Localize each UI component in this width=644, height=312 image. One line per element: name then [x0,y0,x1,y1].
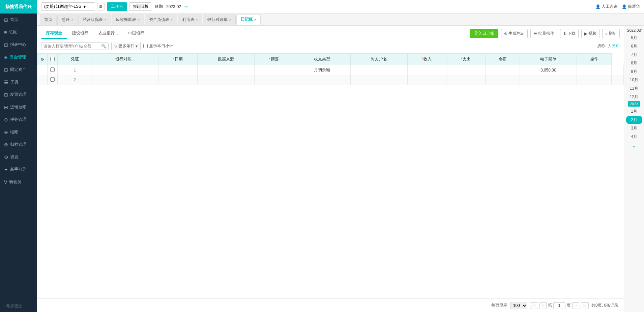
col-settings[interactable]: ⚙ [37,54,48,65]
sidebar-item-invoice[interactable]: ⊞ 发票管理 [0,88,37,101]
tab-assets-close[interactable]: × [171,18,173,22]
topbar-right: 👤 人工咨询 👤 徐涯华 [595,4,640,9]
guide-icon: ✦ [4,167,8,172]
tab-journal-close[interactable]: × [254,18,256,22]
month-11[interactable]: 11月 [626,84,642,93]
tab-journal[interactable]: 日记账 × [236,14,261,25]
tab-bank-statement[interactable]: 银行对账单 × [203,15,235,25]
period-edit-icon[interactable]: ✏ [184,4,188,9]
support-button[interactable]: 👤 人工咨询 [595,4,618,9]
sidebar-item-tax[interactable]: ⊙ 税务管理 [0,113,37,126]
sidebar-item-funds[interactable]: ◈ 资金管理 [0,51,37,63]
search-icon[interactable]: 🔍 [101,44,106,49]
subtab-nongye[interactable]: 农业银行... [94,28,123,39]
subtab-cash[interactable]: 库存现金 [41,28,67,39]
video-icon: ▶ [584,31,587,36]
tab-bank-statement-close[interactable]: × [229,18,231,22]
sidebar-item-vip[interactable]: V 畅会员 [0,176,37,188]
col-check[interactable] [48,54,58,65]
col-date: *日期 [158,54,198,65]
col-income: *收入 [407,54,446,65]
workbench-button[interactable]: 工作台 [107,2,127,11]
import-journal-button[interactable]: 导入日记账 [470,29,498,38]
company-selector[interactable]: (勿册) 江西超宝-LSS ▼ [41,2,95,11]
sidebar-item-archive[interactable]: ⊛ 归档管理 [0,138,37,151]
panel-nav-down[interactable]: ⌄ [631,141,638,150]
show-daily-label[interactable]: 显示本日小计 [143,43,173,49]
tab-profit[interactable]: 利润表 × [178,15,202,25]
tab-ledger-close[interactable]: × [71,18,73,22]
tab-receivable-label: 应收账款表 [116,17,136,23]
month-2023-3[interactable]: 3月 [626,124,642,133]
download-button[interactable]: ⬇ 下载 [560,29,579,38]
month-8[interactable]: 8月 [626,59,642,67]
subtab-zhongguo[interactable]: 中国银行 [123,28,149,39]
month-5[interactable]: 5月 [626,34,642,42]
tab-home[interactable]: 首页 [40,15,57,25]
row1-check[interactable] [48,65,58,75]
month-2023-4[interactable]: 4月 [626,133,642,141]
page-input[interactable] [553,302,565,309]
search-box[interactable]: 🔍 [41,42,109,50]
month-12[interactable]: 12月 [626,93,642,101]
row1-checkbox[interactable] [50,67,55,72]
sidebar-item-report[interactable]: ⊟ 报表中心 [0,38,37,51]
prev-page-button[interactable]: < [539,302,547,309]
tab-ledger[interactable]: 总账 × [57,15,78,25]
sidebar-item-guide[interactable]: ✦ 新手引导 [0,163,37,176]
month-2023-1[interactable]: 1月 [626,107,642,116]
batch-ops-button[interactable]: ☰ 批量操作 [530,29,557,38]
sidebar-item-close[interactable]: ⊚ 结账 [0,126,37,138]
journal-table: ⚙ 凭证 银行对账... *日期 数据来源 *摘要 收支类型 对方户名 *收入 … [37,53,624,85]
month-10[interactable]: 10月 [626,76,642,84]
refresh-button[interactable]: ○ 刷新 [602,29,620,38]
select-all-checkbox[interactable] [50,57,55,61]
last-page-button[interactable]: >| [581,302,589,309]
search-input[interactable] [43,44,100,49]
month-2023-2[interactable]: 2月 [626,116,642,124]
tab-status-close[interactable]: × [104,18,106,22]
video-button[interactable]: ▶ 视频 [581,29,599,38]
oldver-button[interactable]: 切到旧版 [129,2,151,11]
sidebar-item-sales[interactable]: ⊟ 进销台账 [0,101,37,113]
year-2023-badge[interactable]: 2023 [628,101,640,107]
sidebar-label-payroll: 工资 [10,79,19,85]
home-icon: ⊞ [4,17,8,23]
row2-checkbox[interactable] [50,77,55,82]
month-9[interactable]: 9月 [626,67,642,76]
sidebar-item-home[interactable]: ⊞ 首页 [0,13,37,26]
filter-button[interactable]: ▽ 更多条件 ▾ [111,42,141,50]
next-page-button[interactable]: > [572,302,579,309]
tab-receivable[interactable]: 应收账款表 × [112,15,144,25]
row1-pay-type [350,65,407,75]
first-page-button[interactable]: |< [530,302,538,309]
pin-toggle[interactable]: ◁取消固定 [0,300,37,312]
tab-receivable-close[interactable]: × [138,18,140,22]
sidebar-item-ledger[interactable]: ≡ 总账 [0,26,37,38]
sidebar-label-assets: 固定资产 [10,67,26,73]
sidebar-item-settings[interactable]: ⚙ 设置 [0,151,37,163]
tab-status[interactable]: 经营状况表 × [78,15,111,25]
tab-status-label: 经营状况表 [83,17,103,23]
subtab-jianshe[interactable]: 建设银行 [67,28,93,39]
copy-button[interactable]: ⧉ [97,3,105,10]
tab-profit-close[interactable]: × [196,18,198,22]
page-size-select[interactable]: 100 50 200 [510,302,527,309]
sidebar-item-assets[interactable]: ⊡ 固定资产 [0,63,37,76]
row2-action [611,75,623,85]
report-icon: ⊟ [4,42,8,48]
sidebar-item-payroll[interactable]: ☰ 工资 [0,76,37,88]
month-7[interactable]: 7月 [626,51,642,59]
panel-close-button[interactable]: × [640,27,643,32]
sidebar-label-tax: 税务管理 [10,117,26,122]
row1-action [611,65,623,75]
row2-check[interactable] [48,75,58,85]
sidebar-label-invoice: 发票管理 [10,92,26,97]
month-6[interactable]: 6月 [626,42,642,51]
tab-assets-table[interactable]: 资产负债表 × [145,15,177,25]
user-button[interactable]: 👤 徐涯华 [622,4,640,9]
generate-voucher-button[interactable]: ⊕ 生成凭证 [501,29,528,38]
show-daily-checkbox[interactable] [143,44,148,48]
currency-value[interactable]: 人民币 [608,43,620,49]
tab-bar: 首页 总账 × 经营状况表 × 应收账款表 × 资产负债表 × 利润表 × 银行… [37,13,644,26]
